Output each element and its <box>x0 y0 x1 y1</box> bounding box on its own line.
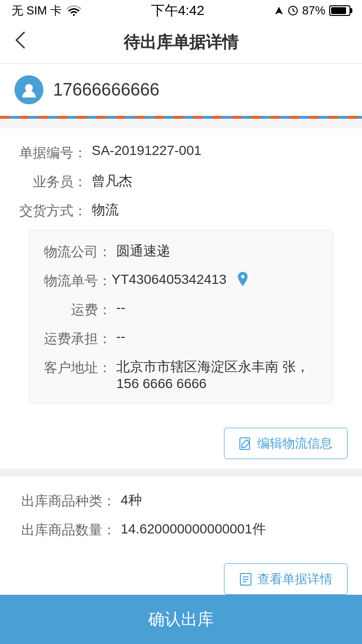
battery-icon <box>329 5 350 16</box>
section-divider-1 <box>0 469 362 476</box>
logistics-tracking-row: 物流单号： YT4306405342413 <box>44 271 318 290</box>
goods-quantity-row: 出库商品数量： 14.620000000000001件 <box>19 520 343 539</box>
logistics-address-row: 客户地址： 北京市市辖区海淀区永丰南 张，156 6666 6666 <box>44 358 318 392</box>
logistics-address-value: 北京市市辖区海淀区永丰南 张，156 6666 6666 <box>116 358 318 392</box>
confirm-button-label: 确认出库 <box>148 608 214 630</box>
location-arrow-icon <box>274 6 284 15</box>
customer-phone: 17666666666 <box>53 80 159 100</box>
edit-logistics-button[interactable]: 编辑物流信息 <box>224 428 348 459</box>
logistics-freight-value: -- <box>116 300 318 315</box>
goods-section: 出库商品种类： 4种 出库商品数量： 14.620000000000001件 <box>0 476 362 554</box>
map-pin-icon[interactable] <box>234 271 251 288</box>
logistics-freight-row: 运费： -- <box>44 300 318 319</box>
order-number-row: 单据编号： SA-20191227-001 <box>19 143 343 162</box>
logistics-freight-label: 运费： <box>44 300 111 319</box>
confirm-button-bar[interactable]: 确认出库 <box>0 595 362 644</box>
view-details-label: 查看单据详情 <box>257 571 333 588</box>
logistics-address-label: 客户地址： <box>44 358 111 377</box>
customer-header: 17666666666 <box>0 64 362 116</box>
dashed-divider <box>0 116 362 119</box>
logistics-company-row: 物流公司： 圆通速递 <box>44 242 318 261</box>
view-details-button[interactable]: 查看单据详情 <box>224 563 348 595</box>
customer-avatar <box>14 75 43 104</box>
wifi-icon <box>67 5 81 16</box>
sales-person-value: 曾凡杰 <box>92 172 343 190</box>
logistics-company-value: 圆通速递 <box>116 242 318 260</box>
battery-text: 87% <box>302 4 325 17</box>
goods-quantity-label: 出库商品数量： <box>19 520 116 539</box>
battery-fill <box>331 7 346 14</box>
status-bar-time: 下午4:42 <box>151 1 205 20</box>
sales-person-row: 业务员： 曾凡杰 <box>19 172 343 191</box>
order-info-section: 单据编号： SA-20191227-001 业务员： 曾凡杰 交货方式： 物流 … <box>0 128 362 418</box>
goods-types-value: 4种 <box>121 491 343 509</box>
back-button[interactable] <box>14 30 26 54</box>
goods-types-row: 出库商品种类： 4种 <box>19 491 343 510</box>
sales-person-label: 业务员： <box>19 172 87 191</box>
edit-logistics-container: 编辑物流信息 <box>0 418 362 469</box>
order-number-value: SA-20191227-001 <box>92 143 343 158</box>
svg-point-3 <box>25 84 33 92</box>
nav-bar: 待出库单据详情 <box>0 21 362 64</box>
logistics-freight-bearer-label: 运费承担： <box>44 329 111 348</box>
delivery-method-value: 物流 <box>92 201 343 219</box>
status-bar-left: 无 SIM 卡 <box>12 3 81 18</box>
carrier-text: 无 SIM 卡 <box>12 3 62 18</box>
delivery-method-row: 交货方式： 物流 <box>19 201 343 220</box>
status-bar: 无 SIM 卡 下午4:42 87% <box>0 0 362 21</box>
order-number-label: 单据编号： <box>19 143 87 162</box>
logistics-company-label: 物流公司： <box>44 242 111 261</box>
goods-quantity-value: 14.620000000000001件 <box>121 520 343 538</box>
logistics-card: 物流公司： 圆通速递 物流单号： YT4306405342413 运费： -- … <box>29 230 333 404</box>
logistics-freight-bearer-row: 运费承担： -- <box>44 329 318 348</box>
logistics-tracking-value: YT4306405342413 <box>111 272 226 287</box>
svg-line-2 <box>293 11 295 12</box>
status-bar-right: 87% <box>274 4 350 17</box>
page-title: 待出库单据详情 <box>124 31 238 54</box>
edit-icon <box>239 437 252 450</box>
delivery-method-label: 交货方式： <box>19 201 87 220</box>
logistics-tracking-label: 物流单号： <box>44 271 111 290</box>
document-icon <box>239 573 252 586</box>
logistics-freight-bearer-value: -- <box>116 329 318 344</box>
clock-icon <box>288 5 298 16</box>
edit-logistics-label: 编辑物流信息 <box>257 435 333 452</box>
goods-types-label: 出库商品种类： <box>19 491 116 510</box>
logistics-tracking-number-container: YT4306405342413 <box>111 271 251 288</box>
